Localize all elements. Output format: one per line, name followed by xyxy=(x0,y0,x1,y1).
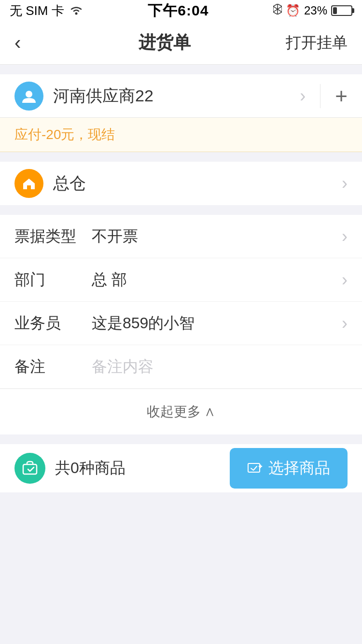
product-count: 共0种商品 xyxy=(55,458,230,479)
department-label: 部门 xyxy=(14,269,82,291)
warehouse-arrow-icon: › xyxy=(342,173,348,194)
supplier-name: 河南供应商22 xyxy=(53,85,300,107)
location-icon xyxy=(273,4,282,17)
remark-input[interactable]: 备注内容 xyxy=(82,356,348,378)
back-button[interactable]: ‹ xyxy=(14,32,43,54)
top-divider xyxy=(0,65,362,74)
department-row[interactable]: 部门 总 部 › xyxy=(0,258,362,302)
svg-rect-2 xyxy=(27,185,31,189)
warehouse-row[interactable]: 总仓 › xyxy=(0,162,362,205)
select-product-button[interactable]: 选择商品 xyxy=(230,448,348,489)
collapse-button[interactable]: 收起更多 ∧ xyxy=(0,389,362,434)
invoice-arrow-icon: › xyxy=(342,226,348,247)
notice-text: 应付-20元，现结 xyxy=(14,127,115,142)
invoice-value: 不开票 xyxy=(82,226,342,247)
department-arrow-icon: › xyxy=(342,270,348,290)
page-title: 进货单 xyxy=(139,31,191,55)
svg-point-1 xyxy=(26,91,32,98)
status-left: 无 SIM 卡 xyxy=(10,2,84,19)
salesman-arrow-icon: › xyxy=(342,313,348,334)
vertical-divider xyxy=(320,84,320,108)
svg-rect-3 xyxy=(23,464,37,474)
supplier-avatar xyxy=(14,82,43,111)
add-supplier-button[interactable]: + xyxy=(335,84,348,108)
carrier-label: 无 SIM 卡 xyxy=(10,2,64,19)
supplier-row[interactable]: 河南供应商22 › + xyxy=(0,74,362,118)
warehouse-icon xyxy=(14,169,43,198)
battery-percent: 23% xyxy=(304,4,327,17)
salesman-value: 这是859的小智 xyxy=(82,313,342,334)
remark-label: 备注 xyxy=(14,356,82,378)
alarm-icon: ⏰ xyxy=(286,4,300,17)
salesman-row[interactable]: 业务员 这是859的小智 › xyxy=(0,302,362,345)
battery-icon xyxy=(331,5,352,16)
department-value: 总 部 xyxy=(82,269,342,291)
open-pending-button[interactable]: 打开挂单 xyxy=(286,32,348,54)
status-time: 下午6:04 xyxy=(148,1,209,21)
notice-bar: 应付-20元，现结 xyxy=(0,118,362,152)
invoice-label: 票据类型 xyxy=(14,226,82,247)
status-right: ⏰ 23% xyxy=(273,4,352,17)
section-divider-1 xyxy=(0,152,362,162)
bottom-section: 共0种商品 选择商品 xyxy=(0,444,362,492)
warehouse-name: 总仓 xyxy=(53,172,342,195)
wifi-icon xyxy=(69,3,84,18)
invoice-row[interactable]: 票据类型 不开票 › xyxy=(0,215,362,258)
svg-rect-4 xyxy=(248,463,260,472)
status-bar: 无 SIM 卡 下午6:04 ⏰ 23% xyxy=(0,0,362,21)
svg-point-0 xyxy=(75,12,77,14)
salesman-label: 业务员 xyxy=(14,313,82,334)
select-product-label: 选择商品 xyxy=(268,458,330,479)
supplier-section: 河南供应商22 › + 应付-20元，现结 xyxy=(0,74,362,152)
supplier-arrow-icon: › xyxy=(300,86,306,106)
collapse-label: 收起更多 ∧ xyxy=(147,403,216,421)
warehouse-section: 总仓 › xyxy=(0,162,362,205)
product-icon xyxy=(14,453,45,484)
nav-bar: ‹ 进货单 打开挂单 xyxy=(0,21,362,65)
form-section: 票据类型 不开票 › 部门 总 部 › 业务员 这是859的小智 › 备注 备注… xyxy=(0,215,362,434)
remark-row[interactable]: 备注 备注内容 xyxy=(0,345,362,389)
